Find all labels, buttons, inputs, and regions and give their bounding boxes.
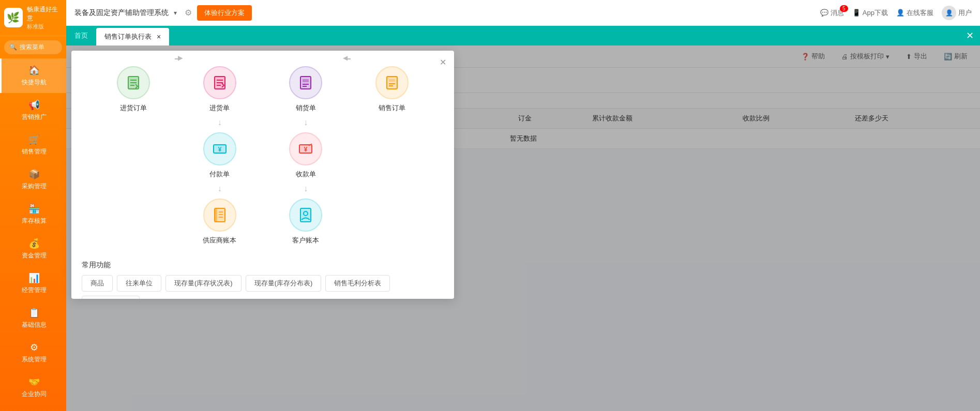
flow-item-sales-order: 销售订单 bbox=[351, 66, 433, 113]
search-icon: 🔍 bbox=[9, 43, 17, 51]
search-label: 搜索菜单 bbox=[20, 43, 44, 52]
flow-item-payment: ¥ 付款单 bbox=[178, 132, 261, 179]
sales-label: 销货单 bbox=[296, 103, 316, 113]
sales-icon[interactable] bbox=[289, 66, 322, 99]
flow-item-sales: 销货单 bbox=[264, 66, 347, 113]
flow-item-receipt: ¥ 收款单 bbox=[264, 132, 347, 179]
sidebar-item-basic-info[interactable]: 📋 基础信息 bbox=[0, 301, 66, 336]
customer-ledger-label: 客户账本 bbox=[292, 236, 319, 245]
svg-text:¥: ¥ bbox=[304, 146, 308, 153]
flow-arrows-v-row1: ↓ ↓ bbox=[92, 115, 433, 130]
receipt-icon[interactable]: ¥ bbox=[289, 132, 322, 165]
quick-nav-modal: ✕ 进货订单 bbox=[71, 51, 454, 299]
func-product-btn[interactable]: 商品 bbox=[82, 275, 113, 292]
trial-btn[interactable]: 体验行业方案 bbox=[197, 5, 252, 21]
flow-row2: ¥ 付款单 ¥ 收款单 bbox=[92, 132, 433, 179]
inventory-icon: 🏪 bbox=[28, 203, 40, 215]
basic-info-icon: 📋 bbox=[28, 307, 40, 318]
sidebar-item-purchase[interactable]: 📦 采购管理 bbox=[0, 162, 66, 197]
arrow-sales-down: ↓ bbox=[264, 115, 347, 130]
func-product-margin-btn[interactable]: 商品毛利分析 bbox=[82, 296, 140, 299]
svg-rect-17 bbox=[389, 79, 395, 82]
messages-btn[interactable]: 💬 消息 5 bbox=[820, 8, 844, 18]
finance-icon: 💰 bbox=[28, 238, 40, 249]
arrow-purchase-down: ↓ bbox=[178, 115, 261, 130]
arrow-purchase-to-receive: ▶ bbox=[175, 66, 178, 81]
settings-icon[interactable]: ⚙ bbox=[185, 8, 192, 18]
sidebar-item-inventory[interactable]: 🏪 库存核算 bbox=[0, 197, 66, 232]
sidebar-item-finance[interactable]: 💰 资金管理 bbox=[0, 232, 66, 266]
flow-item-purchase-order: 进货订单 bbox=[92, 66, 175, 113]
app-download-btn[interactable]: 📱 App下载 bbox=[852, 8, 888, 18]
modal-close-btn[interactable]: ✕ bbox=[436, 56, 449, 68]
svg-text:¥: ¥ bbox=[218, 146, 221, 153]
supplier-ledger-label: 供应商账本 bbox=[203, 236, 236, 245]
sidebar-item-quick-nav[interactable]: 🏠 快捷导航 bbox=[0, 58, 66, 93]
service-icon: 👤 bbox=[896, 9, 904, 17]
flow-arrows-v-row2: ↓ ↓ bbox=[92, 181, 433, 196]
logo-text: 畅康通好生意 标准版 bbox=[27, 5, 62, 31]
svg-rect-10 bbox=[300, 77, 311, 89]
online-service-btn[interactable]: 👤 在线客服 bbox=[896, 8, 933, 18]
payment-icon[interactable]: ¥ bbox=[203, 132, 236, 165]
topbar-right: 💬 消息 5 📱 App下载 👤 在线客服 👤 用户 bbox=[820, 6, 972, 20]
func-stock-dist-btn[interactable]: 现存量(库存分布表) bbox=[246, 275, 322, 292]
user-menu[interactable]: 👤 用户 bbox=[942, 6, 972, 20]
sales-order-icon[interactable] bbox=[375, 66, 409, 99]
flow-row1: 进货订单 ▶ bbox=[92, 66, 433, 113]
message-badge: 5 bbox=[840, 5, 848, 12]
sales-icon: 🛒 bbox=[28, 134, 40, 145]
home-icon: 🏠 bbox=[28, 65, 40, 76]
sidebar-item-enterprise[interactable]: 🤝 企业协同 bbox=[0, 370, 66, 405]
common-funcs-title: 常用功能 bbox=[82, 261, 444, 270]
arrow-payment-down: ↓ bbox=[178, 181, 261, 196]
func-stock-status-btn[interactable]: 现存量(库存状况表) bbox=[165, 275, 242, 292]
message-icon: 💬 bbox=[820, 9, 828, 17]
download-icon: 📱 bbox=[852, 9, 861, 17]
func-sales-margin-btn[interactable]: 销售毛利分析表 bbox=[325, 275, 390, 292]
modal-overlay: ✕ 进货订单 bbox=[66, 45, 980, 411]
flow-item-customer-ledger: 客户账本 bbox=[264, 199, 347, 245]
flow-item-supplier-ledger: 供应商账本 bbox=[178, 199, 261, 245]
purchase-icon: 📦 bbox=[28, 169, 40, 180]
common-functions: 常用功能 商品 往来单位 现存量(库存状况表) 现存量(库存分布表) 销售毛利分… bbox=[71, 255, 454, 299]
sidebar-nav: 🏠 快捷导航 📢 营销推广 🛒 销售管理 📦 采购管理 🏪 库存核算 💰 资金管… bbox=[0, 58, 66, 411]
user-avatar: 👤 bbox=[942, 6, 956, 20]
func-counterpart-btn[interactable]: 往来单位 bbox=[117, 275, 161, 292]
customer-ledger-icon[interactable] bbox=[289, 199, 322, 232]
svg-rect-15 bbox=[387, 77, 397, 89]
flow-row3: 供应商账本 客户账本 bbox=[92, 199, 433, 245]
supplier-ledger-icon[interactable] bbox=[203, 199, 236, 232]
sidebar-item-system[interactable]: ⚙ 系统管理 bbox=[0, 336, 66, 370]
sidebar-item-sales[interactable]: 🛒 销售管理 bbox=[0, 128, 66, 162]
svg-rect-12 bbox=[303, 79, 309, 82]
sidebar: 🌿 畅康通好生意 标准版 🔍 搜索菜单 🏠 快捷导航 📢 营销推广 🛒 销售管理… bbox=[0, 0, 66, 411]
purchase-icon[interactable] bbox=[203, 66, 236, 99]
app-logo: 🌿 bbox=[4, 8, 23, 27]
tab-close-icon[interactable]: × bbox=[157, 33, 161, 41]
payment-label: 付款单 bbox=[209, 170, 230, 179]
svg-rect-29 bbox=[215, 208, 217, 222]
search-menu[interactable]: 🔍 搜索菜单 bbox=[4, 40, 62, 54]
topbar: 装备及固定资产辅助管理系统 ▾ ⚙ 体验行业方案 💬 消息 5 📱 App下载 … bbox=[66, 0, 980, 26]
tab-sales-order-exec[interactable]: 销售订单执行表 × bbox=[96, 28, 169, 45]
sidebar-item-guide[interactable]: 📖 新手引导 bbox=[0, 405, 66, 411]
tab-home[interactable]: 首页 bbox=[66, 26, 96, 45]
purchase-label: 进货单 bbox=[209, 103, 230, 113]
func-row-1: 商品 往来单位 现存量(库存状况表) 现存量(库存分布表) 销售毛利分析表 商品… bbox=[82, 275, 444, 299]
purchase-order-icon[interactable] bbox=[117, 66, 150, 99]
sidebar-item-operations[interactable]: 📊 经营管理 bbox=[0, 266, 66, 301]
arrow-receipt-down: ↓ bbox=[264, 181, 347, 196]
purchase-order-label: 进货订单 bbox=[120, 103, 147, 113]
sidebar-item-marketing[interactable]: 📢 营销推广 bbox=[0, 93, 66, 128]
system-icon: ⚙ bbox=[30, 342, 38, 353]
operations-icon: 📊 bbox=[28, 272, 40, 284]
flow-item-purchase: 进货单 bbox=[178, 66, 261, 113]
close-window-icon[interactable]: ✕ bbox=[966, 30, 974, 41]
title-dropdown-icon[interactable]: ▾ bbox=[174, 9, 177, 17]
sales-order-label: 销售订单 bbox=[379, 103, 405, 113]
flow-diagram: 进货订单 ▶ bbox=[71, 51, 454, 255]
marketing-icon: 📢 bbox=[28, 99, 40, 111]
arrow-sales-order-to-sales: ◀ bbox=[347, 66, 351, 81]
tabbar: 首页 销售订单执行表 × ✕ bbox=[66, 26, 980, 45]
